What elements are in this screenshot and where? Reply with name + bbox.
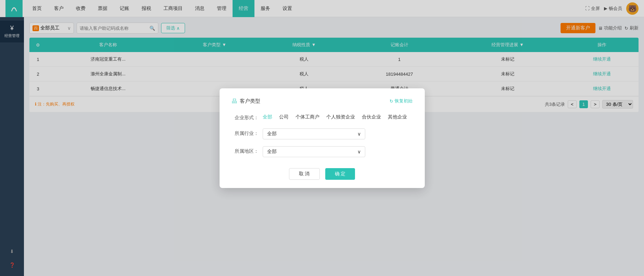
enterprise-types-field: 全部公司个体工商户个人独资企业合伙企业其他企业	[263, 113, 412, 122]
cancel-button[interactable]: 取 消	[289, 168, 320, 180]
industry-form-row: 所属行业： 全部 ∨	[232, 128, 412, 139]
industry-label: 所属行业：	[232, 128, 263, 137]
region-arrow-icon: ∨	[357, 149, 361, 154]
enterprise-type-其他企业[interactable]: 其他企业	[388, 113, 407, 122]
industry-select[interactable]: 全部 ∨	[263, 128, 365, 139]
enterprise-type-个人独资企业[interactable]: 个人独资企业	[326, 113, 355, 122]
enterprise-type-全部[interactable]: 全部	[263, 113, 272, 122]
reset-icon: ↻	[390, 99, 393, 104]
enterprise-types-group: 全部公司个体工商户个人独资企业合伙企业其他企业	[263, 113, 412, 122]
enterprise-form-label: 企业形式：	[232, 113, 263, 121]
modal-footer: 取 消 确 定	[232, 168, 412, 180]
enterprise-form-row: 企业形式： 全部公司个体工商户个人独资企业合伙企业其他企业	[232, 113, 412, 122]
modal-body: 企业形式： 全部公司个体工商户个人独资企业合伙企业其他企业 所属行业： 全部 ∨	[232, 113, 412, 157]
enterprise-type-个体工商户[interactable]: 个体工商户	[295, 113, 319, 122]
region-form-row: 所属地区： 全部 ∨	[232, 146, 412, 157]
modal-overlay[interactable]: 品 客户类型 ↻ 恢复初始 企业形式： 全部公司个体工商户个人独资企业合伙企业其…	[0, 0, 644, 276]
industry-field: 全部 ∨	[263, 128, 412, 139]
enterprise-type-合伙企业[interactable]: 合伙企业	[362, 113, 381, 122]
modal-title-icon: 品	[232, 98, 237, 104]
reset-button[interactable]: ↻ 恢复初始	[390, 98, 412, 104]
enterprise-type-公司[interactable]: 公司	[279, 113, 289, 122]
industry-arrow-icon: ∨	[357, 131, 361, 137]
modal-title: 品 客户类型	[232, 98, 260, 104]
region-select[interactable]: 全部 ∨	[263, 146, 365, 157]
filter-modal: 品 客户类型 ↻ 恢复初始 企业形式： 全部公司个体工商户个人独资企业合伙企业其…	[220, 88, 425, 188]
region-field: 全部 ∨	[263, 146, 412, 157]
modal-header: 品 客户类型 ↻ 恢复初始	[232, 98, 412, 104]
region-label: 所属地区：	[232, 146, 263, 154]
confirm-button[interactable]: 确 定	[325, 168, 355, 180]
